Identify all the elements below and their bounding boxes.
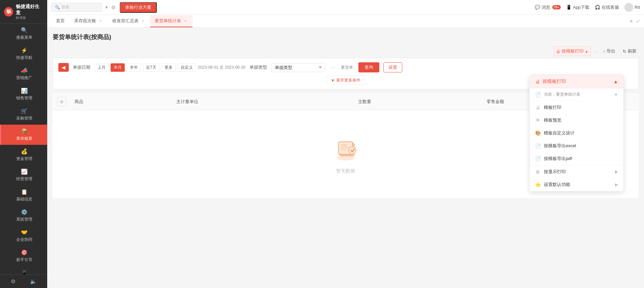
dropdown-template-design[interactable]: 🎨 模板自定义设计 [530, 127, 623, 139]
dropdown-current-template[interactable]: 📄 当前：要货单统计表 ▼ [530, 88, 623, 101]
dropdown-printer-icon: 🖨 [535, 79, 540, 84]
sidebar-item-finance[interactable]: 💰 资金管理 [0, 145, 47, 165]
export-btn[interactable]: ↑ 导出 [601, 47, 618, 56]
user-area[interactable]: Rit [624, 3, 640, 12]
sidebar-item-appcenter[interactable]: 📱 应用中心 [0, 266, 47, 275]
messages-btn[interactable]: 💬 消息 99+ [535, 4, 561, 10]
collab-icon: 🤝 [21, 229, 28, 235]
date-this-year-btn[interactable]: 本年 [127, 63, 141, 72]
date-custom-btn[interactable]: 自定义 [178, 63, 196, 72]
tab-close-order-summary[interactable]: × [183, 19, 188, 23]
date-group: 上月 本月 本年 近7天 更多 自定义 2023-06-01 至 2023-06… [94, 63, 245, 72]
messages-icon: 💬 [535, 5, 540, 10]
template-design-icon: 🎨 [535, 130, 540, 136]
newguide-icon: 🎯 [21, 249, 28, 256]
topbar-gear-icon[interactable]: ⚙ [111, 5, 116, 10]
sidebar-item-inventory[interactable]: 📦 库存核算 [0, 125, 47, 145]
print-template-btn[interactable]: 🖨 按模板打印 ▲ [554, 46, 591, 56]
tab-order-summary[interactable]: 要货单统计表 × [150, 15, 193, 27]
dropdown-template-print[interactable]: 🖨 模板打印 [530, 101, 623, 114]
filter-collapse-btn[interactable]: ◀ [58, 63, 69, 72]
sidebar-item-system[interactable]: ⚙️ 系统管理 [0, 205, 47, 226]
online-service-btn[interactable]: 🎧 在线客服 [595, 4, 619, 10]
main-wrapper: 🔍 搜索 ▼ ⚙ 体验行业方案 💬 消息 99+ 📱 App下载 🎧 在线客服 … [47, 0, 644, 288]
marketing-icon: 📣 [21, 67, 28, 74]
user-name: Rit [635, 5, 640, 10]
topbar-dropdown-arrow[interactable]: ▼ [105, 5, 109, 10]
default-func-arrow: ▶ [615, 182, 618, 187]
date-this-month-btn[interactable]: 本月 [111, 63, 125, 72]
dropdown-template-preview[interactable]: 👁 模板预览 [530, 114, 623, 127]
app-download-icon: 📱 [566, 5, 572, 10]
topbar-right: 💬 消息 99+ 📱 App下载 🎧 在线客服 Rit [535, 3, 640, 12]
dropdown-display-print[interactable]: 🖥 按显示打印 ▶ [530, 165, 623, 178]
empty-text: 暂无数据 [336, 168, 355, 174]
action-bar-top: 🖨 按模板打印 ▲ ··· ↑ 导出 ↻ 刷新 [53, 46, 639, 56]
tab-collection-summary[interactable]: 收发存汇总表 × [108, 15, 150, 27]
type-filter-select[interactable]: 单据类型 [271, 63, 325, 72]
current-arrow-icon: ▼ [614, 92, 618, 97]
system-icon: ⚙️ [21, 209, 28, 215]
sidebar-item-marketing[interactable]: 📣 营销推广 [0, 64, 47, 84]
sidebar-item-sales[interactable]: 📊 销售管理 [0, 84, 47, 104]
sidebar-item-basic[interactable]: 📋 基础信息 [0, 185, 47, 205]
tab-home[interactable]: 首页 [51, 15, 69, 27]
date-7days-btn[interactable]: 近7天 [143, 63, 159, 72]
sidebar-item-search[interactable]: 🔍 搜索菜单 [0, 24, 47, 44]
logo-text: 畅捷通好生意 标准版 [16, 3, 43, 20]
sidebar-footer: ⚙ 🔈 [0, 275, 47, 288]
topbar-search[interactable]: 🔍 搜索 [51, 3, 102, 12]
filter-row-1: ◀ 单据日期 上月 本月 本年 近7天 更多 自定义 2023-06-01 至 … [58, 62, 633, 72]
date-filter-label: 单据日期 [73, 64, 90, 70]
settings-footer-btn[interactable]: ⚙ [11, 278, 16, 285]
tab-close-batch-account[interactable]: × [98, 19, 103, 23]
display-print-arrow: ▶ [615, 169, 618, 174]
refresh-btn[interactable]: ↻ 刷新 [621, 47, 639, 56]
refresh-icon: ↻ [623, 49, 626, 54]
expand-conditions-btn[interactable]: ▼ 展开更多条件 [326, 76, 365, 85]
sales-icon: 📊 [21, 88, 28, 94]
sidebar-nav: 🔍 搜索菜单 ⚡ 快捷导航 📣 营销推广 📊 销售管理 🛒 采购管理 📦 库存核… [0, 24, 47, 275]
expand-window-btn[interactable]: ⤢ [636, 19, 640, 24]
query-btn[interactable]: 查询 [358, 62, 379, 72]
dropdown-up-arrow[interactable]: ▲ [613, 79, 618, 84]
sidebar-item-purchase[interactable]: 🛒 采购管理 [0, 104, 47, 125]
logo-area: 畅 畅捷通好生意 标准版 [0, 0, 47, 24]
table-col-unit: 主计量单位 [172, 94, 354, 110]
dropdown-default-func[interactable]: ⭐ 设置默认功能 ▶ [530, 178, 623, 191]
svg-rect-7 [341, 147, 349, 148]
table-col-product: 商品 [70, 94, 172, 110]
basic-icon: 📋 [21, 189, 28, 195]
app-download-btn[interactable]: 📱 App下载 [566, 4, 589, 10]
topbar: 🔍 搜索 ▼ ⚙ 体验行业方案 💬 消息 99+ 📱 App下载 🎧 在线客服 … [47, 0, 644, 15]
appcenter-icon: 📱 [21, 269, 28, 275]
close-window-btn[interactable]: ✕ [629, 19, 633, 24]
sidebar-item-newguide[interactable]: 🎯 新手引导 [0, 246, 47, 266]
display-print-icon: 🖥 [535, 169, 540, 174]
industry-btn[interactable]: 体验行业方案 [120, 2, 157, 13]
sidebar-item-quicknav[interactable]: ⚡ 快捷导航 [0, 44, 47, 64]
sidebar-item-operations[interactable]: 📈 经营管理 [0, 165, 47, 185]
table-settings-btn[interactable]: ⚙ [57, 97, 66, 106]
dropdown-current-section: 📄 当前：要货单统计表 ▼ [530, 88, 623, 101]
dropdown-header: 🖨 按模板打印 ▲ [530, 75, 623, 88]
template-preview-icon: 👁 [535, 118, 540, 123]
template-print-icon: 🖨 [535, 105, 540, 110]
settings-btn[interactable]: 设置 [383, 62, 402, 72]
dropdown-export-excel[interactable]: 📄 按模板导出excel [530, 139, 623, 152]
tab-batch-account[interactable]: 库存批次账 × [69, 15, 108, 27]
sidebar-item-collab[interactable]: 🤝 企业协同 [0, 226, 47, 246]
date-last-month-btn[interactable]: 上月 [94, 63, 109, 72]
printer-icon: 🖨 [556, 49, 560, 54]
purchase-icon: 🛒 [21, 108, 28, 114]
dropdown-export-pdf[interactable]: 📄 按模板导出pdf [530, 152, 623, 165]
tab-close-collection-summary[interactable]: × [141, 19, 145, 23]
svg-rect-6 [341, 145, 347, 146]
sound-footer-btn[interactable]: 🔈 [30, 278, 37, 285]
finance-icon: 💰 [21, 148, 28, 155]
date-more-btn[interactable]: 更多 [162, 63, 176, 72]
export-excel-icon: 📄 [535, 143, 540, 149]
logo-icon: 畅 [4, 7, 13, 17]
sidebar: 畅 畅捷通好生意 标准版 🔍 搜索菜单 ⚡ 快捷导航 📣 营销推广 📊 销售管理… [0, 0, 47, 288]
order-filter-label: 要货单 [341, 65, 353, 70]
